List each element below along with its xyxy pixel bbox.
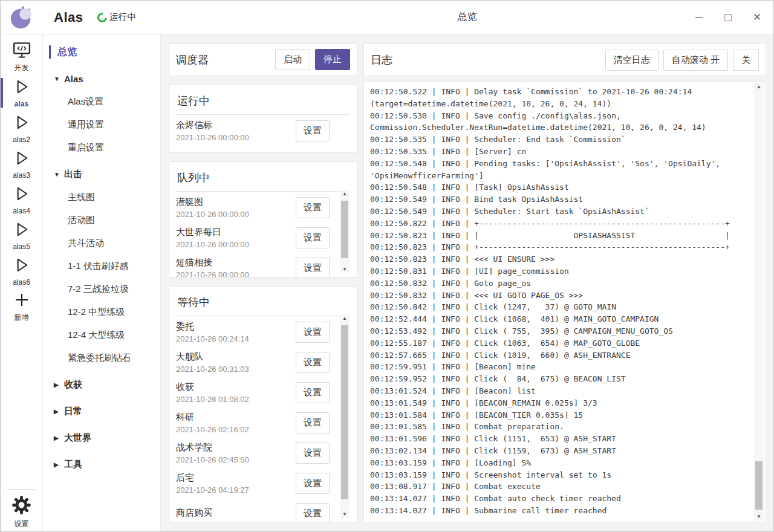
task-setting-button[interactable]: 设置 [296,352,330,373]
menu-entry[interactable]: 共斗活动 [43,232,160,255]
menu-entry[interactable]: ▶ 工具 [43,453,160,476]
menu-entry[interactable]: ▶ 收获 [43,373,160,396]
nav-rail-label: alas6 [13,278,30,287]
menu-entry-label: 总览 [57,46,77,59]
log-line: 00:13:01.524 | INFO | [Beacon] list [370,385,750,397]
menu-entry-label: 1-1 伏击刷好感 [68,261,129,272]
task-next-run-time: 2021-10-26 02:45:50 [176,455,249,464]
menu-entry-label: 紧急委托刷钻石 [68,352,131,364]
nav-rail-item[interactable]: alas5 [1,218,42,253]
group-arrow-icon: ▶ [54,461,64,468]
scheduler-start-button[interactable]: 启动 [275,49,310,70]
scroll-down-icon[interactable]: ▼ [342,265,347,273]
nav-rail-item[interactable]: alas2 [1,111,42,146]
menu-entry[interactable]: ▼ Alas [43,67,160,90]
scroll-thumb[interactable] [341,325,348,499]
menu-entry[interactable]: 活动图 [43,209,160,232]
log-line: 00:13:01.549 | INFO | [BEACON_REMAIN 0.0… [370,397,750,409]
task-setting-button[interactable]: 设置 [296,473,330,494]
divider [176,316,350,316]
menu-entry[interactable]: ▼ 出击 [43,163,160,186]
menu-entry[interactable]: 7-2 三战捡垃圾 [43,277,160,300]
menu-entry-label: Alas [64,74,83,84]
nav-rail-item[interactable]: 新增 [1,289,42,325]
running-spinner-icon [96,10,109,24]
menu-entry[interactable]: ▶ 日常 [43,400,160,423]
log-line: 00:12:55.187 | INFO | Click (1063, 654) … [370,337,750,349]
log-line: Commission.Scheduler.NextRun=datetime.da… [370,122,750,134]
menu-entry[interactable]: 12-4 大型练级 [43,323,160,346]
log-panel-header: 日志 清空日志 自动滚动 开 关 [363,44,766,76]
log-line: 00:12:52.444 | INFO | Click (1068, 401) … [370,313,750,325]
nav-rail-items: 开发 alas [1,39,42,325]
minimize-icon[interactable]: ─ [692,12,706,22]
scroll-up-icon[interactable]: ▲ [342,190,347,198]
task-row: 大舰队 2021-10-26 00:31:03 设置 [176,348,330,378]
scheduler-title: 调度器 [176,53,275,67]
scroll-up-icon[interactable]: ▲ [342,314,347,322]
log-line: 00:13:01.585 | INFO | Combat preparation… [370,421,750,433]
menu-entry[interactable]: 总览 [43,41,160,63]
task-next-run-time: 2021-10-26 00:00:00 [176,240,249,249]
waiting-scrollbar[interactable]: ▲ ▼ [340,314,350,518]
menu-entry[interactable]: Alas设置 [43,90,160,113]
task-next-run-time: 2021-10-26 04:19:27 [176,485,249,495]
task-setting-button[interactable]: 设置 [296,412,330,433]
task-setting-button[interactable]: 设置 [296,503,330,522]
scroll-thumb[interactable] [755,461,763,510]
task-setting-button[interactable]: 设置 [296,443,330,464]
task-name: 大世界每日 [176,227,249,238]
task-setting-button[interactable]: 设置 [296,322,330,343]
menu-entry[interactable]: 12-2 中型练级 [43,300,160,323]
divider [7,489,36,490]
autoscroll-off-button[interactable]: 关 [733,50,759,71]
nav-rail-item[interactable]: alas3 [1,146,42,182]
play-icon [12,113,31,134]
scroll-down-icon[interactable]: ▼ [756,513,761,521]
menu-entry-label: 12-4 大型练级 [68,329,125,341]
task-row: 战术学院 2021-10-26 02:45:50 设置 [176,438,330,469]
menu-entry[interactable]: 通用设置 [43,113,160,136]
log-line: 00:12:50.548 | INFO | Pending tasks: ['O… [370,158,750,170]
close-icon[interactable]: ✕ [750,12,764,22]
play-icon [12,184,31,206]
maximize-icon[interactable]: □ [721,11,735,23]
log-line: 00:13:03.159 | INFO | [Loading] 5% [370,457,750,469]
group-arrow-icon: ▼ [54,76,64,82]
log-scrollbar[interactable]: ▲ ▼ [754,83,764,521]
scroll-up-icon[interactable]: ▲ [756,83,761,91]
menu-entry[interactable]: 1-1 伏击刷好感 [43,255,160,277]
task-setting-button[interactable]: 设置 [296,382,330,403]
menu-entry-label: 主线图 [68,192,95,203]
menu-entry-label: 活动图 [68,215,95,226]
scroll-down-icon[interactable]: ▼ [342,510,347,518]
nav-rail-item[interactable]: alas [1,75,42,111]
task-setting-button[interactable]: 设置 [296,120,330,141]
clear-log-button[interactable]: 清空日志 [605,50,659,71]
log-lines: 00:12:50.522 | INFO | Delay task `Commis… [370,86,750,517]
menu-sidebar: 总览 ▼ Alas Alas设置 通用设置 [43,34,161,532]
autoscroll-on-button[interactable]: 自动滚动 开 [663,50,728,71]
menu-entry[interactable]: ▶ 大世界 [43,426,160,449]
nav-rail-label: 开发 [15,63,29,73]
menu-entry[interactable]: 主线图 [43,186,160,209]
nav-rail-label: alas4 [13,207,30,215]
scheduler-stop-button[interactable]: 停止 [315,49,350,70]
task-setting-button[interactable]: 设置 [296,258,330,277]
pending-scrollbar[interactable]: ▲ ▼ [340,190,350,273]
scroll-thumb[interactable] [341,201,348,258]
log-line: 00:12:50.535 | INFO | Scheduler: End tas… [370,134,750,146]
nav-rail-item[interactable]: 开发 [1,39,42,75]
task-setting-button[interactable]: 设置 [296,227,330,248]
menu-entry-label: 日常 [64,406,82,417]
task-name: 短猫相接 [176,257,249,268]
task-setting-button[interactable]: 设置 [296,197,330,218]
group-arrow-icon: ▶ [54,381,64,388]
menu-entry[interactable]: 紧急委托刷钻石 [43,346,160,369]
log-line: 00:13:14.027 | INFO | Submarine call tim… [370,505,750,517]
nav-rail-item[interactable]: alas4 [1,182,42,218]
menu-entry[interactable]: 重启设置 [43,136,160,159]
nav-rail-item[interactable]: alas6 [1,253,42,289]
nav-rail-item-settings[interactable]: 设置 [1,492,42,532]
gear-icon [11,495,31,517]
